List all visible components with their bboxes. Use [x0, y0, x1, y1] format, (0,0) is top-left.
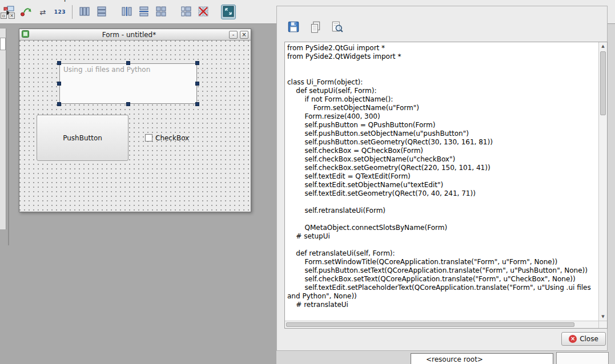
edit-tab-order-button[interactable]: 123: [53, 5, 67, 19]
code-preview-dialog: from PySide2.QtGui import * from PySide2…: [276, 6, 608, 351]
dock-close-button[interactable]: ×: [9, 13, 15, 19]
close-button-label: Close: [580, 335, 598, 343]
textedit-placeholder: Using .ui files and Python: [63, 66, 150, 74]
checkbox-widget[interactable]: CheckBox: [145, 126, 203, 149]
code-viewport[interactable]: from PySide2.QtGui import * from PySide2…: [285, 42, 598, 321]
toolbar-separator: [72, 5, 73, 19]
checkbox-label: CheckBox: [155, 134, 189, 142]
close-icon: ×: [569, 335, 577, 343]
signals-slots-icon: [19, 5, 32, 19]
form-close-button[interactable]: ×: [240, 31, 248, 39]
selection-handle-se[interactable]: [195, 102, 199, 106]
selection-handle-w[interactable]: [57, 82, 61, 86]
generated-code[interactable]: from PySide2.QtGui import * from PySide2…: [285, 42, 598, 310]
form-window-titlebar[interactable]: Form - untitled* - ×: [19, 29, 251, 41]
form-file-icon: [22, 30, 29, 39]
break-layout-button[interactable]: [196, 5, 211, 19]
buddies-icon: ⇄: [40, 9, 46, 16]
find-button[interactable]: [328, 19, 345, 36]
layout-horizontal-button[interactable]: [77, 5, 92, 19]
textedit-widget[interactable]: Using .ui files and Python: [59, 63, 197, 104]
mdi-area: ▫ × Form - untitled* - × Using .ui files…: [0, 24, 276, 364]
resource-root-label: <resource root>: [426, 355, 483, 363]
menu-window[interactable]: Window: [10, 0, 47, 2]
close-button[interactable]: × Close: [561, 332, 606, 346]
selection-handle-e[interactable]: [195, 82, 199, 86]
layout-vertical-button[interactable]: [94, 5, 109, 19]
layout-form-button[interactable]: [179, 5, 194, 19]
menu-help[interactable]: Help: [47, 0, 73, 2]
code-text-area: from PySide2.QtGui import * from PySide2…: [284, 42, 608, 329]
form-minimize-button[interactable]: -: [229, 31, 238, 39]
copy-icon: [308, 20, 322, 35]
find-icon: [330, 20, 344, 35]
adjust-size-button[interactable]: [221, 5, 236, 19]
layout-form-icon: [180, 5, 192, 19]
dock-float-button[interactable]: ▫: [1, 13, 7, 19]
checkbox-box[interactable]: [145, 134, 152, 141]
horizontal-scrollbar-thumb[interactable]: [286, 322, 574, 327]
form-window-title: Form - untitled*: [31, 31, 227, 39]
selection-handle-nw[interactable]: [57, 61, 61, 65]
adjust-size-icon: [222, 5, 235, 19]
layout-grid-icon: [155, 5, 167, 19]
save-icon: [287, 20, 300, 35]
form-designer-window: Form - untitled* - × Using .ui files and…: [19, 29, 251, 212]
left-dock-partial-field: [0, 38, 6, 50]
vertical-scrollbar-thumb[interactable]: [600, 51, 606, 115]
edit-buddies-button[interactable]: ⇄: [35, 5, 50, 19]
left-dock-scrollbar[interactable]: [8, 68, 9, 245]
form-canvas[interactable]: Using .ui files and Python PushButton Ch…: [19, 41, 251, 212]
scroll-up-arrow-icon[interactable]: ▲: [599, 42, 607, 50]
copy-button[interactable]: [307, 19, 324, 36]
menu-bar: Window Help: [0, 0, 74, 2]
pushbutton-widget[interactable]: PushButton: [37, 115, 128, 161]
dock-titlebar-buttons: ▫ ×: [1, 13, 15, 19]
save-button[interactable]: [285, 19, 302, 36]
layout-vertical-splitter-icon: [138, 5, 150, 19]
horizontal-scrollbar[interactable]: [285, 321, 598, 328]
layout-vertical-splitter-button[interactable]: [136, 5, 151, 19]
left-dock-edge: [0, 29, 6, 229]
scroll-down-arrow-icon[interactable]: ▼: [599, 313, 607, 321]
selection-handle-n[interactable]: [126, 61, 130, 65]
selection-handle-s[interactable]: [126, 102, 130, 106]
tab-order-icon: 123: [54, 9, 66, 15]
layout-vertical-icon: [95, 5, 108, 19]
selection-handle-ne[interactable]: [195, 61, 199, 65]
layout-grid-button[interactable]: [154, 5, 168, 19]
main-toolbar: ⇄ 123: [1, 5, 238, 19]
qt-designer-screen: Window Help ⇄ 123: [0, 0, 615, 364]
edit-signals-slots-button[interactable]: [18, 5, 33, 19]
selection-handle-sw[interactable]: [57, 102, 61, 106]
textedit-selection: Using .ui files and Python: [59, 63, 197, 104]
break-layout-icon: [197, 5, 210, 19]
resource-root-item[interactable]: <resource root>: [411, 353, 553, 364]
layout-horizontal-icon: [78, 5, 91, 19]
layout-horizontal-splitter-button[interactable]: [119, 5, 134, 19]
code-dialog-toolbar: [285, 19, 345, 36]
layout-horizontal-splitter-icon: [120, 5, 133, 19]
vertical-scrollbar[interactable]: ▲ ▼: [598, 42, 607, 321]
partial-panel: [556, 352, 609, 364]
scrollbar-corner: [598, 321, 607, 328]
